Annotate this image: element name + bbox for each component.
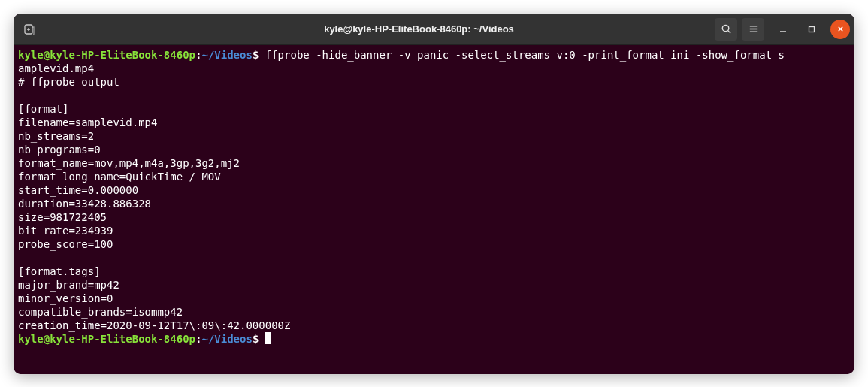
output-line: probe_score=100	[18, 238, 113, 250]
svg-point-3	[722, 25, 728, 31]
svg-rect-9	[809, 26, 815, 32]
menu-button[interactable]	[742, 18, 764, 41]
output-line: duration=33428.886328	[18, 198, 151, 210]
prompt-path: ~/Videos	[201, 333, 252, 345]
prompt-user-host: kyle@kyle-HP-EliteBook-8460p	[18, 49, 195, 61]
minimize-icon	[779, 25, 788, 34]
svg-line-4	[727, 31, 730, 33]
output-line: format_name=mov,mp4,m4a,3gp,3g2,mj2	[18, 157, 240, 169]
terminal-window: kyle@kyle-HP-EliteBook-8460p: ~/Videos	[14, 14, 854, 374]
output-line: minor_version=0	[18, 292, 113, 304]
prompt-user-host: kyle@kyle-HP-EliteBook-8460p	[18, 333, 195, 345]
output-line: nb_streams=2	[18, 130, 94, 142]
minimize-button[interactable]	[773, 20, 793, 39]
cursor	[265, 332, 271, 344]
command-line: ffprobe -hide_banner -v panic -select_st…	[259, 49, 785, 61]
output-line: filename=samplevid.mp4	[18, 116, 157, 128]
new-tab-icon	[23, 23, 35, 35]
maximize-button[interactable]	[802, 20, 821, 39]
titlebar: kyle@kyle-HP-EliteBook-8460p: ~/Videos	[14, 14, 854, 45]
command-line-wrap: amplevid.mp4	[18, 62, 94, 74]
terminal-content[interactable]: kyle@kyle-HP-EliteBook-8460p:~/Videos$ f…	[14, 45, 854, 374]
window-title: kyle@kyle-HP-EliteBook-8460p: ~/Videos	[138, 23, 700, 35]
output-line: [format]	[18, 103, 68, 115]
close-icon	[836, 25, 845, 33]
output-line: creation_time=2020-09-12T17\:09\:42.0000…	[18, 319, 290, 331]
output-line: start_time=0.000000	[18, 184, 138, 196]
search-button[interactable]	[715, 18, 737, 41]
output-line: major_brand=mp42	[18, 279, 119, 291]
hamburger-icon	[748, 23, 759, 35]
output-line: size=981722405	[18, 211, 107, 223]
prompt-path: ~/Videos	[201, 49, 252, 61]
output-line: [format.tags]	[18, 265, 101, 277]
output-line: # ffprobe output	[18, 76, 119, 88]
output-line: nb_programs=0	[18, 144, 101, 156]
close-button[interactable]	[830, 20, 850, 39]
output-line: compatible_brands=isommp42	[18, 306, 183, 318]
search-icon	[721, 23, 732, 35]
output-line: format_long_name=QuickTime / MOV	[18, 171, 221, 183]
maximize-icon	[807, 25, 816, 34]
new-tab-button[interactable]	[18, 18, 41, 41]
output-line: bit_rate=234939	[18, 225, 113, 237]
